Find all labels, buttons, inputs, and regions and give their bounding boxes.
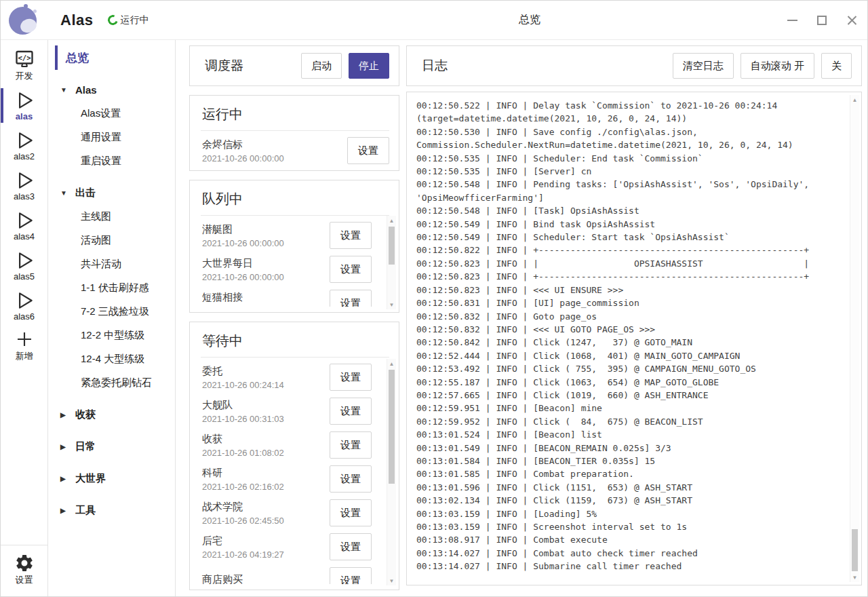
task-setting-button[interactable]: 设置 bbox=[330, 499, 372, 526]
menu-item[interactable]: 12-2 中型练级 bbox=[48, 324, 175, 347]
rail-item-label: alas4 bbox=[14, 231, 35, 242]
log-body-panel: 00:12:50.522 | INFO | Delay task `Commis… bbox=[406, 92, 862, 585]
triangle-icon: ▼ bbox=[60, 189, 75, 197]
autoscroll-on-button[interactable]: 自动滚动 开 bbox=[741, 53, 814, 79]
log-scrollbar[interactable]: ▲ ▼ bbox=[850, 95, 859, 582]
rail-item-label: alas2 bbox=[14, 151, 35, 161]
log-line: Commission.Scheduler.NextRun=datetime.da… bbox=[416, 138, 841, 151]
task-name: 余烬信标 bbox=[202, 138, 284, 151]
close-icon[interactable] bbox=[846, 14, 858, 26]
rail-item-label: alas6 bbox=[14, 311, 35, 322]
log-line: 00:12:50.522 | INFO | Delay task `Commis… bbox=[416, 99, 841, 112]
menu-item-label: 共斗活动 bbox=[81, 258, 121, 271]
scroll-up-icon[interactable]: ▲ bbox=[387, 216, 396, 225]
scroll-down-icon[interactable]: ▼ bbox=[387, 576, 396, 585]
task-next-run-time: 2021-10-26 00:00:00 bbox=[202, 238, 284, 248]
log-line: 00:12:50.823 | INFO | +-----------------… bbox=[416, 270, 841, 283]
clear-log-button[interactable]: 清空日志 bbox=[673, 53, 734, 79]
queue-panel: 队列中 潜艇图 2021-10-26 00:00:00 设置 bbox=[189, 180, 399, 313]
menu-item-label: Alas bbox=[75, 84, 97, 96]
start-button[interactable]: 启动 bbox=[301, 53, 342, 79]
scroll-down-icon[interactable]: ▼ bbox=[850, 573, 859, 582]
plus-icon bbox=[14, 329, 35, 349]
log-line: 00:12:53.492 | INFO | Click ( 755, 395) … bbox=[416, 362, 841, 375]
minimize-icon[interactable] bbox=[786, 14, 798, 26]
task-next-run-time: 2021-10-26 00:00:00 bbox=[202, 272, 284, 282]
scroll-thumb[interactable] bbox=[389, 370, 395, 484]
menu-item[interactable]: 重启设置 bbox=[48, 149, 175, 173]
task-name: 大世界每日 bbox=[202, 257, 284, 270]
maximize-icon[interactable] bbox=[816, 14, 828, 26]
waiting-scrollbar[interactable]: ▲ ▼ bbox=[387, 359, 396, 585]
rail-item[interactable]: alas6 bbox=[1, 286, 47, 326]
scroll-down-icon[interactable]: ▼ bbox=[387, 300, 396, 309]
scroll-thumb[interactable] bbox=[852, 529, 858, 571]
menu-item[interactable]: 1-1 伏击刷好感 bbox=[48, 276, 175, 300]
rail-item-settings[interactable]: 设置 bbox=[1, 550, 47, 590]
menu-item[interactable]: 12-4 大型练级 bbox=[48, 347, 175, 371]
menu-item[interactable]: 主线图 bbox=[48, 205, 175, 229]
rail-item-label: 新增 bbox=[16, 350, 33, 362]
log-line: 00:13:03.159 | INFO | Screenshot interva… bbox=[416, 520, 841, 533]
scheduler-title: 调度器 bbox=[205, 57, 301, 75]
task-setting-button[interactable]: 设置 bbox=[330, 256, 372, 283]
log-line: 00:12:50.823 | INFO | | OPSIASHASSIST | bbox=[416, 257, 841, 270]
menu-item[interactable]: ▼ 出击 bbox=[48, 181, 175, 205]
rail-item[interactable]: alas3 bbox=[1, 166, 47, 206]
log-line: 00:12:50.548 | INFO | [Task] OpsiAshAssi… bbox=[416, 204, 841, 217]
task-setting-button[interactable]: 设置 bbox=[330, 290, 372, 307]
scroll-up-icon[interactable]: ▲ bbox=[850, 95, 859, 104]
menu-item-label: 收获 bbox=[75, 408, 96, 421]
menu-item[interactable]: 7-2 三战捡垃圾 bbox=[48, 300, 175, 324]
queue-scrollbar[interactable]: ▲ ▼ bbox=[387, 216, 396, 309]
menu-item-overview[interactable]: 总览 bbox=[55, 45, 175, 70]
stop-button[interactable]: 停止 bbox=[349, 53, 389, 79]
waiting-task-list: 委托 2021-10-26 00:24:14 设置 大舰队 2021-10-26… bbox=[190, 358, 399, 584]
menu-item[interactable]: ▶ 日常 bbox=[48, 435, 175, 459]
menu-item-label: 12-4 大型练级 bbox=[81, 353, 144, 366]
rail-item[interactable]: alas bbox=[1, 85, 47, 126]
task-setting-button[interactable]: 设置 bbox=[330, 398, 372, 425]
gear-icon bbox=[14, 553, 35, 573]
task-row: 科研 2021-10-26 02:16:02 设置 bbox=[202, 462, 372, 496]
task-setting-button[interactable]: 设置 bbox=[330, 533, 372, 560]
menu-item[interactable]: 通用设置 bbox=[48, 126, 175, 149]
task-setting-button[interactable]: 设置 bbox=[330, 364, 372, 391]
task-setting-button[interactable]: 设置 bbox=[330, 465, 372, 493]
task-next-run-time: 2021-10-26 00:00:00 bbox=[202, 153, 284, 163]
rail-item[interactable]: 新增 bbox=[1, 326, 47, 366]
run-status: 运行中 bbox=[108, 14, 149, 26]
menu-item[interactable]: ▼ Alas bbox=[48, 78, 175, 102]
task-setting-button[interactable]: 设置 bbox=[330, 222, 372, 249]
log-line: 00:12:50.823 | INFO | <<< UI ENSURE >>> bbox=[416, 284, 841, 296]
running-spinner-icon bbox=[106, 14, 120, 27]
menu-item[interactable]: 活动图 bbox=[48, 229, 175, 252]
rail-item-label: alas5 bbox=[14, 271, 35, 282]
autoscroll-off-button[interactable]: 关 bbox=[821, 53, 852, 79]
log-line: (target=datetime.datetime(2021, 10, 26, … bbox=[416, 112, 841, 125]
scroll-thumb[interactable] bbox=[389, 227, 395, 265]
task-next-run-time: 2021-10-26 00:31:03 bbox=[202, 414, 284, 424]
rail-item[interactable]: alas2 bbox=[1, 126, 47, 166]
play-icon bbox=[14, 290, 35, 311]
task-setting-button[interactable]: 设置 bbox=[330, 431, 372, 459]
rail-item[interactable]: alas4 bbox=[1, 206, 47, 246]
menu-item[interactable]: ▶ 工具 bbox=[48, 499, 175, 522]
menu-item[interactable]: ▶ 大世界 bbox=[48, 467, 175, 490]
scroll-up-icon[interactable]: ▲ bbox=[387, 359, 396, 368]
menu-item[interactable]: ▶ 收获 bbox=[48, 403, 175, 427]
menu-item-label: 主线图 bbox=[81, 210, 111, 223]
rail-item[interactable]: </> 开发 bbox=[1, 45, 47, 85]
menu-item[interactable]: 紧急委托刷钻石 bbox=[48, 371, 175, 395]
rail-item[interactable]: alas5 bbox=[1, 246, 47, 286]
task-setting-button[interactable]: 设置 bbox=[330, 567, 372, 584]
menu-item[interactable]: 共斗活动 bbox=[48, 252, 175, 276]
log-line: 00:12:50.832 | INFO | <<< UI GOTO PAGE_O… bbox=[416, 323, 841, 336]
menu-item[interactable]: Alas设置 bbox=[48, 102, 175, 126]
log-line: 00:13:01.524 | INFO | [Beacon] list bbox=[416, 428, 841, 441]
triangle-icon: ▶ bbox=[60, 507, 75, 514]
rail-bottom: 设置 bbox=[1, 545, 47, 596]
task-menu: 总览 ▼ Alas Alas设置 通用设置 bbox=[48, 40, 176, 596]
log-line: 00:12:50.832 | INFO | Goto page_os bbox=[416, 310, 841, 323]
task-setting-button[interactable]: 设置 bbox=[347, 137, 389, 164]
